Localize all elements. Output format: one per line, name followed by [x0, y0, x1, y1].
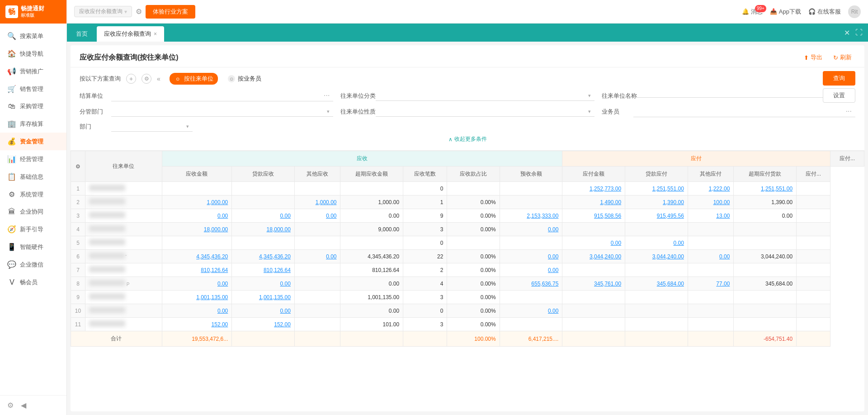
ap-amount[interactable]: 915,508.56 [562, 209, 625, 223]
ar-amount[interactable]: 1,001,135.00 [162, 291, 232, 304]
ar-other[interactable]: 0.00 [294, 209, 340, 223]
sidebar-item-purchase[interactable]: 🛍 采购管理 [0, 98, 66, 115]
ar-amount[interactable]: 18,000.00 [162, 223, 232, 236]
filter-rows: 结算单位 ··· 往来单位分类 ▾ 往来单位 [80, 90, 855, 132]
ap-loan[interactable]: 915,495.56 [625, 209, 688, 223]
ar-amount[interactable]: 0.00 [162, 277, 232, 291]
ap-amount[interactable]: 0.00 [562, 236, 625, 250]
filter-config-button[interactable]: ⚙ [142, 74, 151, 84]
partner-nature-input[interactable]: ▾ [376, 107, 594, 117]
sidebar-item-search-menu[interactable]: 🔍 搜索菜单 [0, 27, 66, 45]
ar-other[interactable]: 0.00 [294, 250, 340, 263]
col-partner: 往来单位 [85, 151, 162, 182]
sidebar-item-sales[interactable]: 🛒 销售管理 [0, 80, 66, 98]
ar-loan[interactable]: 0.00 [232, 209, 295, 223]
row-num: 8 [71, 277, 85, 291]
ar-other[interactable]: 1,000.00 [294, 196, 340, 209]
sidebar-item-member[interactable]: Ⅴ 畅会员 [0, 273, 66, 291]
ar-amount[interactable]: 0.00 [162, 209, 232, 223]
refresh-button[interactable]: ↻ 刷新 [830, 52, 855, 63]
ap-loan[interactable]: 0.00 [625, 236, 688, 250]
ar-prepay[interactable]: 655,636.75 [500, 277, 562, 291]
export-button[interactable]: ⬆ 导出 [800, 52, 826, 63]
online-service-button[interactable]: 🎧 在线客服 [808, 8, 841, 16]
collapse-more-button[interactable]: ∧ 收起更多条件 [80, 134, 855, 145]
sidebar-item-operations[interactable]: 📊 经营管理 [0, 150, 66, 168]
filter-option-by-salesperson[interactable]: ⊙ 按业务员 [223, 73, 266, 85]
ar-prepay[interactable]: 0.00 [500, 223, 562, 236]
ap-amount[interactable]: 1,252,773.00 [562, 182, 625, 196]
filter-add-button[interactable]: + [126, 74, 136, 84]
salesperson-input[interactable]: ··· [633, 106, 855, 117]
sidebar-item-capital[interactable]: 💰 资金管理 [0, 133, 66, 150]
sidebar-item-guide[interactable]: 🧭 新手引导 [0, 220, 66, 238]
ar-amount[interactable]: 152.00 [162, 318, 232, 331]
message-button[interactable]: 🔔 消息 99+ [742, 8, 763, 16]
header-settings-icon[interactable]: ⚙ [136, 7, 142, 16]
ar-loan[interactable]: 0.00 [232, 277, 295, 291]
ap-amount[interactable]: 3,044,240.00 [562, 250, 625, 263]
ar-amount[interactable]: 0.00 [162, 304, 232, 318]
ap-loan[interactable]: 1,390.00 [625, 196, 688, 209]
ap-loan[interactable]: 1,251,551.00 [625, 182, 688, 196]
settings-button[interactable]: 设置 [823, 88, 855, 103]
filter-collapse-button[interactable]: « [157, 75, 160, 82]
ar-prepay[interactable]: 0.00 [500, 263, 562, 277]
ap-more [797, 277, 830, 291]
collapse-icon[interactable]: ◀ [21, 401, 26, 410]
sidebar-item-marketing[interactable]: 📢 营销推广 [0, 62, 66, 80]
promo-button[interactable]: 体验行业方案 [146, 5, 195, 19]
ap-amount[interactable]: 1,490.00 [562, 196, 625, 209]
table-config-button[interactable]: ⚙ [71, 151, 85, 182]
header-path[interactable]: 应收应付余额查询 ▾ [74, 6, 132, 17]
ap-other[interactable]: 1,222.00 [688, 182, 734, 196]
sidebar-item-basic-info[interactable]: 📋 基础信息 [0, 168, 66, 186]
ap-other[interactable]: 13.00 [688, 209, 734, 223]
ap-loan[interactable]: 345,684.00 [625, 277, 688, 291]
managing-dept-input[interactable]: ▾ [111, 107, 333, 117]
ar-amount[interactable]: 810,126.64 [162, 263, 232, 277]
ar-prepay[interactable]: 0.00 [500, 304, 562, 318]
ap-other[interactable]: 77.00 [688, 277, 734, 291]
ar-loan[interactable]: 4,345,436.20 [232, 250, 295, 263]
settlement-unit-input[interactable]: ··· [111, 90, 333, 101]
sidebar-item-system[interactable]: ⚙ 系统管理 [0, 186, 66, 203]
ap-other[interactable]: 100.00 [688, 196, 734, 209]
ar-overdue [340, 236, 403, 250]
settings-bottom-icon[interactable]: ⚙ [7, 401, 14, 410]
ar-amount[interactable]: 4,345,436.20 [162, 250, 232, 263]
ar-loan[interactable]: 0.00 [232, 304, 295, 318]
filter-option-by-company[interactable]: ⊙ 按往来单位 [170, 73, 218, 85]
ap-loan[interactable]: 3,044,240.00 [625, 250, 688, 263]
ar-loan[interactable]: 18,000.00 [232, 223, 295, 236]
ar-loan[interactable]: 152.00 [232, 318, 295, 331]
department-input[interactable]: ▾ [111, 122, 193, 132]
ap-overdue[interactable]: 1,251,551.00 [734, 182, 797, 196]
app-download-button[interactable]: 📥 App下载 [770, 8, 801, 16]
bell-icon: 🔔 [742, 8, 749, 15]
ar-loan[interactable]: 810,126.64 [232, 263, 295, 277]
ap-other[interactable]: 0.00 [688, 250, 734, 263]
ar-amount[interactable]: 1,000.00 [162, 196, 232, 209]
expand-window-icon[interactable]: ⛶ [854, 27, 864, 38]
tab-home[interactable]: 首页 [69, 26, 95, 42]
query-button[interactable]: 查询 [823, 71, 855, 86]
sidebar-item-enterprise[interactable]: 🏛 企业协同 [0, 203, 66, 220]
by-company-icon: ⊙ [174, 75, 181, 82]
partner-category-input[interactable]: ▾ [376, 91, 594, 101]
sidebar-item-quick-nav[interactable]: 🏠 快捷导航 [0, 45, 66, 62]
close-window-icon[interactable]: ✕ [842, 27, 852, 39]
sidebar-item-hardware[interactable]: 📱 智能硬件 [0, 238, 66, 256]
tab-ar-balance[interactable]: 应收应付余额查询 × [97, 26, 164, 42]
sidebar-item-inventory[interactable]: 🏢 库存核算 [0, 115, 66, 133]
sidebar-item-wechat[interactable]: 💬 企业微信 [0, 256, 66, 273]
col-ar-count: 应收笔数 [403, 167, 447, 182]
ap-amount[interactable]: 345,761.00 [562, 277, 625, 291]
user-avatar[interactable]: Rit [848, 5, 861, 18]
col-ap-other: 其他应付 [688, 167, 734, 182]
ar-loan[interactable]: 1,001,135.00 [232, 291, 295, 304]
ar-prepay[interactable]: 0.00 [500, 250, 562, 263]
ar-prepay[interactable]: 2,153,333.00 [500, 209, 562, 223]
tab-close-icon[interactable]: × [154, 31, 157, 37]
tab-bar: 首页 应收应付余额查询 × ✕ ⛶ [67, 24, 868, 42]
